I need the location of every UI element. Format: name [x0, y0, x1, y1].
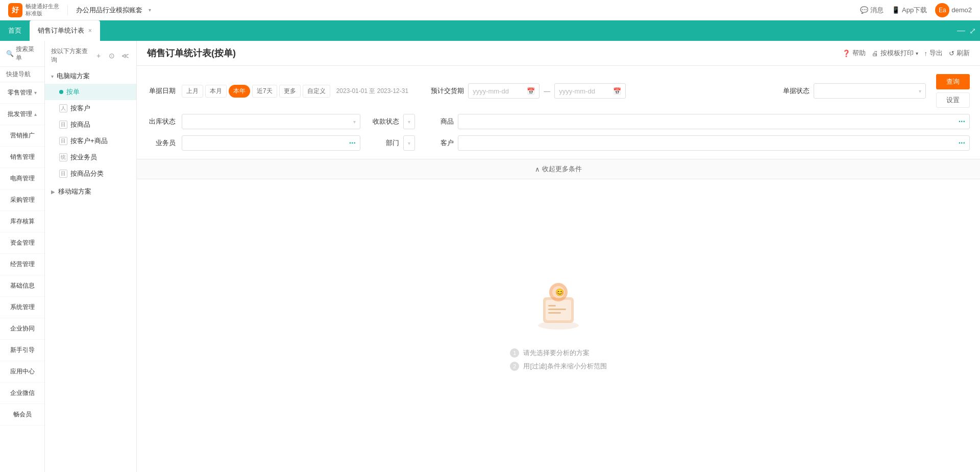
collapse-text: ∧ 收起更多条件 — [535, 164, 582, 174]
top-bar: 好 畅捷通好生意 标准版 办公用品行业模拟账套 ▾ 💬 消息 📱 App下载 E… — [0, 0, 980, 20]
dept-dropdown-icon: ▾ — [408, 140, 410, 146]
tab-minimize-btn[interactable]: — — [957, 26, 965, 35]
scheme-panel-actions: + ⊙ ≪ — [93, 51, 130, 61]
scheme-item-by-goods[interactable]: 目 按商品 — [45, 116, 136, 133]
customer-select[interactable]: ··· — [458, 135, 970, 151]
sidebar-item-ecommerce[interactable]: 电商管理 — [0, 168, 44, 190]
payment-status-select[interactable]: ▾ — [403, 114, 415, 129]
last-month-btn[interactable]: 上月 — [182, 85, 203, 98]
goods-ellipsis-icon[interactable]: ··· — [959, 117, 965, 126]
sidebar-item-newuser[interactable]: 新手引导 — [0, 340, 44, 361]
logo-text: 畅捷通好生意 标准版 — [26, 3, 59, 16]
sidebar-item-wholesale[interactable]: 批发管理 ▴ — [0, 104, 44, 125]
salesperson-ellipsis-icon[interactable]: ··· — [349, 138, 356, 148]
sidebar-item-weixin[interactable]: 企业微信 — [0, 383, 44, 404]
payment-status-label: 收款状态 — [371, 117, 399, 126]
expected-date-end[interactable]: yyyy-mm-dd 📅 — [554, 83, 626, 99]
sidebar-item-purchase[interactable]: 采购管理 — [0, 190, 44, 211]
scheme-panel: 按以下方案查询 + ⊙ ≪ ▾ 电脑端方案 按单 — [45, 41, 137, 472]
collapse-bar[interactable]: ∧ 收起更多条件 — [137, 159, 980, 179]
customer-label: 客户 — [425, 138, 454, 148]
scheme-item-by-customer-goods[interactable]: 目 按客户+商品 — [45, 133, 136, 149]
goods-icon: 目 — [59, 121, 67, 129]
expected-date-start[interactable]: yyyy-mm-dd 📅 — [468, 83, 540, 99]
tab-home[interactable]: 首页 — [0, 20, 30, 41]
export-btn[interactable]: ↑ 导出 — [924, 49, 943, 58]
logo-area: 好 畅捷通好生意 标准版 — [8, 3, 59, 17]
collapse-icon: ∧ — [535, 166, 540, 173]
svg-text:😊: 😊 — [555, 288, 565, 297]
settings-button[interactable]: 设置 — [936, 92, 970, 108]
date-separator: — — [544, 87, 550, 95]
app-title[interactable]: 办公用品行业模拟账套 — [76, 6, 142, 15]
sidebar-item-appcenter[interactable]: 应用中心 — [0, 361, 44, 383]
message-icon: 💬 — [860, 6, 868, 14]
more-btn[interactable]: 更多 — [279, 85, 301, 98]
help-btn[interactable]: ❓ 帮助 — [842, 49, 866, 58]
scheme-item-by-salesperson[interactable]: 统 按业务员 — [45, 149, 136, 166]
scheme-add-btn[interactable]: + — [93, 51, 104, 61]
scheme-collapse-btn[interactable]: ≪ — [120, 51, 130, 61]
custom-btn[interactable]: 自定义 — [303, 85, 330, 98]
scheme-panel-title: 按以下方案查询 — [51, 47, 93, 64]
tab-sales-order[interactable]: 销售订单统计表 × — [30, 20, 100, 41]
category-icon: 目 — [59, 170, 67, 178]
sidebar-item-system[interactable]: 系统管理 — [0, 297, 44, 318]
sidebar-search[interactable]: 🔍 搜索菜单 — [0, 41, 44, 67]
status-dropdown-icon: ▾ — [919, 88, 921, 94]
svg-rect-7 — [548, 309, 566, 310]
sidebar-item-operations[interactable]: 经营管理 — [0, 254, 44, 275]
department-select[interactable]: ▾ — [403, 135, 415, 151]
app-download-btn[interactable]: 📱 App下载 — [892, 6, 927, 15]
scheme-mobile-title: 移动端方案 — [58, 187, 91, 196]
empty-illustration: 😊 — [528, 277, 589, 338]
last7-btn[interactable]: 近7天 — [252, 85, 277, 98]
sidebar-item-basic[interactable]: 基础信息 — [0, 275, 44, 297]
sidebar-item-enterprise[interactable]: 企业协同 — [0, 318, 44, 340]
scheme-item-by-category[interactable]: 目 按商品分类 — [45, 166, 136, 182]
query-button[interactable]: 查询 — [936, 74, 970, 89]
print-icon: 🖨 — [872, 50, 878, 57]
scheme-edit-btn[interactable]: ⊙ — [107, 51, 117, 61]
tab-close-icon[interactable]: × — [88, 27, 92, 34]
message-btn[interactable]: 💬 消息 — [860, 6, 884, 15]
this-year-btn[interactable]: 本年 — [229, 85, 250, 98]
sidebar-item-member[interactable]: 畅会员 — [0, 404, 44, 426]
payment-dropdown-icon: ▾ — [408, 119, 410, 125]
salesperson-select[interactable]: ··· — [182, 135, 360, 151]
tab-maximize-btn[interactable]: ⤢ — [969, 26, 976, 36]
sidebar-item-retail[interactable]: 零售管理 ▾ — [0, 82, 44, 104]
scheme-desktop-section: ▾ 电脑端方案 按单 人 按客户 目 按商品 目 — [45, 68, 136, 182]
this-month-btn[interactable]: 本月 — [205, 85, 227, 98]
delivery-status-select[interactable]: ▾ — [182, 114, 360, 129]
refresh-btn[interactable]: ↺ 刷新 — [949, 49, 970, 58]
action-buttons: 查询 设置 — [932, 74, 970, 108]
sidebar-item-inventory[interactable]: 库存核算 — [0, 211, 44, 232]
empty-state: 😊 1 请先选择要分析的方案 2 用[过滤]条件来缩小分析范围 — [137, 179, 980, 472]
title-dropdown-icon[interactable]: ▾ — [149, 7, 151, 13]
goods-select[interactable]: ··· — [458, 114, 970, 129]
user-menu[interactable]: Ea demo2 — [935, 3, 972, 17]
goods-label: 商品 — [425, 117, 454, 126]
sidebar-quick-nav[interactable]: 快捷导航 — [0, 67, 44, 82]
sidebar-item-finance[interactable]: 资金管理 — [0, 232, 44, 254]
customer-ellipsis-icon[interactable]: ··· — [959, 138, 965, 148]
top-bar-left: 好 畅捷通好生意 标准版 办公用品行业模拟账套 ▾ — [8, 3, 151, 17]
scheme-mobile-toggle[interactable]: ▶ 移动端方案 — [45, 184, 136, 199]
scheme-item-by-order[interactable]: 按单 — [45, 84, 136, 100]
chevron-up-icon: ▴ — [34, 111, 37, 117]
sidebar-item-sales[interactable]: 销售管理 — [0, 147, 44, 168]
print-btn[interactable]: 🖨 按模板打印 ▾ — [872, 49, 918, 58]
empty-svg: 😊 — [528, 277, 589, 338]
main-layout: 🔍 搜索菜单 快捷导航 零售管理 ▾ 批发管理 ▴ 营销推广 销售管理 电商管理… — [0, 41, 980, 472]
scheme-section-toggle[interactable]: ▾ 电脑端方案 — [45, 68, 136, 84]
refresh-icon: ↺ — [949, 50, 954, 57]
department-label: 部门 — [371, 138, 399, 148]
status-select[interactable]: ▾ — [814, 83, 926, 99]
sidebar-item-marketing[interactable]: 营销推广 — [0, 125, 44, 147]
page-header: 销售订单统计表(按单) ❓ 帮助 🖨 按模板打印 ▾ ↑ 导出 — [137, 41, 980, 66]
delivery-status-label: 出库状态 — [147, 117, 176, 126]
customer-goods-icon: 目 — [59, 137, 67, 145]
scheme-item-by-customer[interactable]: 人 按客户 — [45, 100, 136, 116]
main-content: 销售订单统计表(按单) ❓ 帮助 🖨 按模板打印 ▾ ↑ 导出 — [137, 41, 980, 472]
